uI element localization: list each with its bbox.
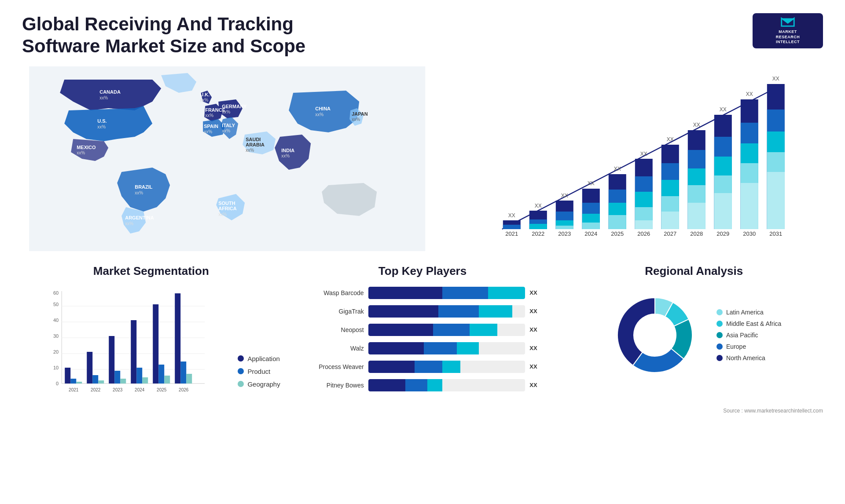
regional-legend-item: Asia Pacific: [716, 332, 781, 339]
player-bar-track: [368, 361, 525, 373]
svg-marker-1: [782, 18, 794, 23]
svg-text:40: 40: [53, 318, 59, 323]
brazil-label: BRAZIL: [135, 184, 153, 190]
players-list: Wasp Barcode XX GigaTrak XX Neopost: [294, 287, 552, 391]
us-label: U.S.: [97, 118, 107, 124]
svg-text:XX: XX: [588, 180, 595, 186]
player-bar-seg2: [433, 324, 470, 336]
south-africa-label: SOUTH: [218, 201, 235, 206]
player-bar: [368, 379, 525, 391]
player-name: Pitney Bowes: [302, 382, 364, 389]
legend-application: Application: [238, 355, 280, 362]
player-bar-seg1: [368, 324, 433, 336]
svg-rect-23: [582, 223, 600, 229]
player-bar-seg1: [368, 287, 442, 299]
svg-rect-93: [92, 375, 98, 383]
mexico-label: MEXICO: [77, 145, 96, 150]
svg-text:2026: 2026: [638, 230, 650, 237]
svg-rect-64: [741, 183, 758, 229]
player-bar-seg2: [438, 305, 479, 318]
svg-rect-100: [131, 320, 136, 383]
spain-label: SPAIN: [204, 124, 218, 129]
svg-rect-57: [714, 193, 732, 229]
svg-text:2025: 2025: [611, 230, 624, 237]
svg-rect-89: [70, 379, 76, 383]
regional-label: Europe: [726, 343, 746, 350]
player-bar-track: [368, 305, 525, 318]
player-bar-seg3: [470, 324, 497, 336]
player-bar-seg3: [442, 361, 461, 373]
player-row: Process Weaver XX: [302, 361, 543, 373]
regional-section: Regional Analysis Latin America Middle E…: [565, 264, 823, 401]
player-bar: [368, 342, 525, 354]
svg-rect-106: [164, 376, 170, 383]
svg-text:2023: 2023: [113, 387, 123, 392]
svg-text:XX: XX: [746, 91, 753, 97]
logo-area: MARKET RESEARCH INTELLECT: [753, 13, 823, 48]
player-value: XX: [529, 363, 543, 370]
regional-legend-item: Europe: [716, 343, 781, 350]
svg-text:XX: XX: [561, 193, 568, 199]
map-section: CANADA xx% U.S. xx% MEXICO xx% BRAZIL xx…: [22, 66, 432, 251]
svg-text:2021: 2021: [69, 387, 79, 392]
player-bar-track: [368, 287, 525, 299]
svg-text:2022: 2022: [91, 387, 101, 392]
player-value: XX: [529, 289, 543, 296]
player-row: Neopost XX: [302, 324, 543, 336]
player-value: XX: [529, 382, 543, 388]
germany-label: GERMANY: [222, 104, 247, 109]
svg-text:20: 20: [53, 349, 59, 354]
product-dot: [238, 368, 244, 374]
svg-text:2024: 2024: [585, 230, 598, 237]
player-bar-track: [368, 379, 525, 391]
logo-text: MARKET RESEARCH INTELLECT: [776, 29, 800, 45]
regional-legend-item: North America: [716, 354, 781, 362]
china-value: xx%: [315, 112, 323, 117]
regional-label: Asia Pacific: [726, 332, 758, 339]
svg-rect-92: [87, 352, 92, 383]
canada-value: xx%: [99, 95, 108, 100]
player-bar-seg3: [427, 379, 442, 391]
argentina-label: ARGENTINA: [125, 215, 154, 220]
svg-text:30: 30: [53, 333, 59, 339]
player-bar-seg1: [368, 342, 424, 354]
regional-dot: [716, 309, 723, 315]
player-bar: [368, 287, 525, 299]
svg-text:2026: 2026: [179, 387, 189, 392]
canada-label: CANADA: [99, 89, 121, 95]
regional-wrap: Latin America Middle East & Africa Asia …: [565, 287, 823, 383]
svg-text:XX: XX: [640, 151, 647, 157]
regional-dot: [716, 332, 723, 338]
page-container: Global Receiving And Tracking Software M…: [0, 0, 845, 504]
player-bar: [368, 361, 525, 373]
key-players-section: Top Key Players Wasp Barcode XX GigaTrak: [294, 264, 552, 401]
world-map-container: CANADA xx% U.S. xx% MEXICO xx% BRAZIL xx…: [22, 66, 432, 251]
top-row: CANADA xx% U.S. xx% MEXICO xx% BRAZIL xx…: [22, 66, 823, 251]
svg-text:XX: XX: [535, 203, 542, 209]
player-name: Walz: [302, 345, 364, 352]
page-title: Global Receiving And Tracking Software M…: [22, 13, 330, 58]
svg-rect-102: [142, 377, 148, 383]
player-bar-seg1: [368, 305, 438, 318]
uk-value: xx%: [200, 98, 208, 102]
player-value: XX: [529, 326, 543, 333]
regional-label: Latin America: [726, 309, 764, 316]
svg-text:60: 60: [53, 290, 59, 296]
player-bar: [368, 305, 525, 318]
chart-section: 2021 XX 2022 XX 2023 XX: [450, 66, 823, 251]
svg-text:0: 0: [56, 381, 59, 386]
regional-dot: [716, 343, 723, 350]
japan-label: JAPAN: [352, 111, 368, 117]
player-bar-seg1: [368, 361, 415, 373]
player-name: Process Weaver: [302, 363, 364, 370]
brazil-value: xx%: [135, 190, 143, 195]
application-label: Application: [247, 355, 279, 362]
svg-rect-29: [609, 215, 626, 229]
svg-text:XX: XX: [614, 166, 621, 172]
player-bar-track: [368, 324, 525, 336]
argentina-value: xx%: [125, 221, 133, 226]
svg-text:XX: XX: [693, 122, 700, 128]
svg-rect-105: [158, 365, 164, 383]
svg-text:2029: 2029: [717, 230, 730, 237]
player-row: Walz XX: [302, 342, 543, 354]
